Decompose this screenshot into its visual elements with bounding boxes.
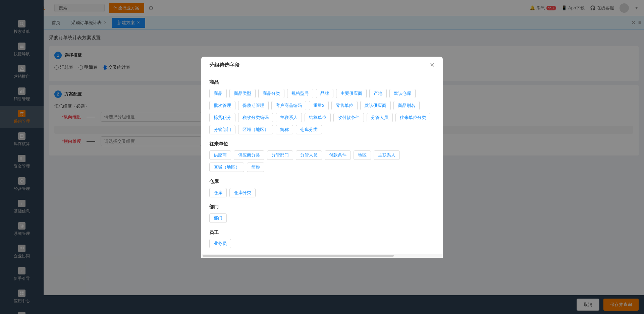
field-section-warehouse-title: 仓库 xyxy=(209,179,435,185)
field-tag[interactable]: 产地 xyxy=(369,89,387,98)
field-tag[interactable]: 批次管理 xyxy=(209,101,235,110)
field-tag[interactable]: 地区 xyxy=(354,150,371,160)
field-tag[interactable]: 客户商品编码 xyxy=(271,101,306,110)
field-tag[interactable]: 业务员 xyxy=(209,239,231,248)
field-tag[interactable]: 默认仓库 xyxy=(389,89,416,98)
field-tag[interactable]: 简称 xyxy=(276,125,293,134)
field-section-staff-title: 员工 xyxy=(209,230,435,236)
field-section-staff: 员工 业务员 xyxy=(209,230,435,248)
field-section-dept: 部门 部门 xyxy=(209,204,435,223)
modal-horizontal-scrollbar[interactable] xyxy=(201,254,443,257)
field-tag[interactable]: 仓库 xyxy=(209,188,227,197)
field-tag[interactable]: 商品类型 xyxy=(229,89,256,98)
field-tag[interactable]: 供应商分类 xyxy=(234,150,264,160)
modal-title: 分组待选字段 xyxy=(209,62,239,68)
field-tags-dept: 部门 xyxy=(209,213,435,223)
field-tag[interactable]: 分管人员 xyxy=(367,113,393,122)
field-tag[interactable]: 拣货积分 xyxy=(209,113,235,122)
field-tag[interactable]: 主联系人 xyxy=(276,113,302,122)
field-tags-goods: 商品 商品类型 商品分类 规格型号 品牌 主要供应商 产地 默认仓库 批次管理 … xyxy=(209,89,435,134)
field-tag[interactable]: 税收分类编码 xyxy=(238,113,273,122)
field-section-warehouse: 仓库 仓库 仓库分类 xyxy=(209,179,435,197)
field-tag[interactable]: 往来单位分类 xyxy=(395,113,430,122)
modal-header: 分组待选字段 ✕ xyxy=(201,57,443,74)
field-tag[interactable]: 品牌 xyxy=(316,89,333,98)
field-tags-partner: 供应商 供应商分类 分管部门 分管人员 付款条件 地区 主联系人 区域（地区） … xyxy=(209,150,435,172)
field-tag[interactable]: 部门 xyxy=(209,213,227,223)
field-tag[interactable]: 区域（地区） xyxy=(209,163,244,172)
field-tag[interactable]: 规格型号 xyxy=(287,89,313,98)
field-section-partner-title: 往来单位 xyxy=(209,141,435,147)
field-tag[interactable]: 分管部门 xyxy=(267,150,293,160)
field-tag[interactable]: 商品分类 xyxy=(258,89,284,98)
field-tag[interactable]: 分管部门 xyxy=(209,125,235,134)
field-tag[interactable]: 商品别名 xyxy=(393,101,420,110)
field-tag[interactable]: 默认供应商 xyxy=(360,101,391,110)
field-tag[interactable]: 供应商 xyxy=(209,150,231,160)
scrollbar-thumb xyxy=(203,255,394,257)
field-tags-warehouse: 仓库 仓库分类 xyxy=(209,188,435,197)
modal-body: 商品 商品 商品类型 商品分类 规格型号 品牌 主要供应商 产地 默认仓库 批次… xyxy=(201,74,443,254)
field-tag[interactable]: 付款条件 xyxy=(325,150,351,160)
field-tag[interactable]: 结算单位 xyxy=(305,113,331,122)
field-tag[interactable]: 保质期管理 xyxy=(238,101,269,110)
field-tag[interactable]: 区域（地区） xyxy=(238,125,273,134)
modal-dialog: 分组待选字段 ✕ 商品 商品 商品类型 商品分类 规格型号 品牌 主要供应商 产… xyxy=(201,57,443,258)
modal-overlay: 分组待选字段 ✕ 商品 商品 商品类型 商品分类 规格型号 品牌 主要供应商 产… xyxy=(0,0,644,314)
field-section-partner: 往来单位 供应商 供应商分类 分管部门 分管人员 付款条件 地区 主联系人 区域… xyxy=(209,141,435,172)
field-tag[interactable]: 商品 xyxy=(209,89,227,98)
field-section-goods: 商品 商品 商品类型 商品分类 规格型号 品牌 主要供应商 产地 默认仓库 批次… xyxy=(209,79,435,134)
field-section-dept-title: 部门 xyxy=(209,204,435,210)
field-tag[interactable]: 仓库分类 xyxy=(229,188,256,197)
field-tag[interactable]: 简称 xyxy=(247,163,264,172)
field-tag[interactable]: 主联系人 xyxy=(374,150,400,160)
field-tag[interactable]: 收付款条件 xyxy=(333,113,364,122)
field-tag[interactable]: 分管人员 xyxy=(296,150,322,160)
field-section-goods-title: 商品 xyxy=(209,79,435,85)
field-tag[interactable]: 重量3 xyxy=(309,101,329,110)
field-tag[interactable]: 零售单位 xyxy=(331,101,358,110)
field-tag[interactable]: 主要供应商 xyxy=(336,89,367,98)
field-tag[interactable]: 仓库分类 xyxy=(296,125,322,134)
field-tags-staff: 业务员 xyxy=(209,239,435,248)
modal-close-button[interactable]: ✕ xyxy=(430,62,435,68)
